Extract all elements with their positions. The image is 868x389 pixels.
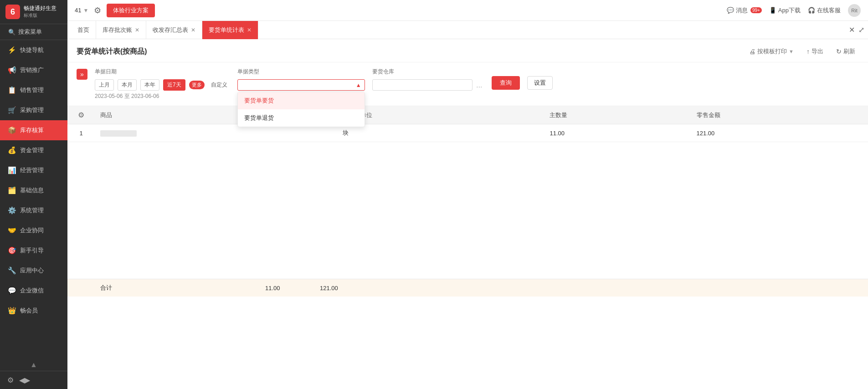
export-button[interactable]: ↑ 导出: [803, 46, 827, 57]
last-7days-button[interactable]: 近7天: [163, 79, 185, 91]
messages-button[interactable]: 💬 消息 99+: [727, 6, 762, 15]
print-arrow-icon: ▼: [789, 49, 794, 54]
settings-icon[interactable]: ⚙: [7, 376, 14, 384]
tab-inventory-batch[interactable]: 库存批次账 ✕: [96, 21, 146, 39]
refresh-button[interactable]: ↻ 刷新: [832, 46, 859, 57]
page-header: 要货单统计表(按商品) 🖨 按模板打印 ▼ ↑ 导出 ↻ 刷新: [67, 39, 868, 62]
filter-expand-button[interactable]: »: [77, 69, 87, 80]
sales-icon: 📋: [7, 86, 16, 95]
dropdown-item-order-return[interactable]: 要货单退货: [238, 109, 365, 127]
sidebar-item-guide[interactable]: 🎯 新手引导: [0, 241, 67, 261]
tab-receivable-summary[interactable]: 收发存汇总表 ✕: [146, 21, 202, 39]
sidebar-bottom: ⚙ ◀▶: [0, 371, 67, 389]
settings-button[interactable]: 设置: [527, 76, 553, 90]
topbar-settings-icon[interactable]: ⚙: [94, 5, 101, 15]
sidebar-item-basic[interactable]: 🗂️ 基础信息: [0, 180, 67, 200]
app-logo-icon: 6: [5, 5, 20, 19]
dropdown-item-order-goods[interactable]: 要货单要货: [238, 92, 365, 109]
sidebar-item-label: 库存核算: [20, 126, 44, 134]
sidebar-item-label: 快捷导航: [20, 46, 44, 54]
col-unit: 主计量单位: [337, 106, 544, 124]
tab-home-label: 首页: [77, 26, 89, 34]
sidebar-item-system[interactable]: ⚙️ 系统管理: [0, 200, 67, 220]
print-label: 按模板打印: [757, 47, 787, 56]
row-amount: 121.00: [691, 124, 868, 142]
last-month-button[interactable]: 上月: [95, 79, 114, 91]
mobile-icon: 📱: [769, 7, 776, 14]
app-title: 畅捷通好生意: [24, 5, 56, 12]
messages-label: 消息: [736, 6, 748, 15]
sidebar-item-label: 经营管理: [20, 166, 44, 174]
col-settings[interactable]: ⚙: [67, 106, 95, 124]
user-avatar[interactable]: Rit: [848, 4, 861, 17]
store-selector[interactable]: 41 ▼: [75, 7, 88, 14]
tab-order-summary-label: 要货单统计表: [209, 26, 244, 34]
sidebar-search[interactable]: 🔍 搜索菜单: [0, 24, 67, 40]
app-download-button[interactable]: 📱 App下载: [769, 6, 801, 15]
table-container: ⚙ 商品 主计量单位 主数量 零: [67, 106, 868, 142]
collapse-icon[interactable]: ◀▶: [19, 376, 30, 384]
sidebar-item-finance[interactable]: 💰 资金管理: [0, 140, 67, 160]
date-filter-group: 单据日期 上月 本月 本年 近7天 更多 自定义 2023-05-06 至 20…: [95, 68, 230, 100]
order-type-select-container: ▲ 要货单要货 要货单退货: [237, 79, 365, 91]
messages-badge: 99+: [750, 7, 762, 13]
more-dates-button[interactable]: 更多: [189, 81, 205, 89]
sidebar-item-enterprise[interactable]: 🤝 企业协同: [0, 220, 67, 241]
footer-amount: 121.00: [314, 285, 369, 292]
sidebar-item-inventory[interactable]: 📦 库存核算: [0, 120, 67, 140]
footer-label: 合计: [100, 284, 205, 292]
sidebar-scroll-up[interactable]: ▲: [0, 359, 67, 371]
tab-home[interactable]: 首页: [71, 21, 96, 39]
customer-service-button[interactable]: 🎧 在线客服: [808, 6, 841, 15]
tab-order-summary[interactable]: 要货单统计表 ✕: [202, 21, 258, 39]
page-content: 要货单统计表(按商品) 🖨 按模板打印 ▼ ↑ 导出 ↻ 刷新: [67, 39, 868, 389]
date-filter-label: 单据日期: [95, 68, 230, 76]
order-type-input[interactable]: [237, 79, 365, 91]
sidebar-item-purchase[interactable]: 🛒 采购管理: [0, 100, 67, 120]
tab-fullscreen-icon[interactable]: ⤢: [858, 26, 864, 34]
sidebar-item-member[interactable]: 👑 畅会员: [0, 301, 67, 321]
sidebar-item-quick-nav[interactable]: ⚡ 快捷导航: [0, 40, 67, 60]
warehouse-input[interactable]: [372, 79, 473, 91]
main-content: 41 ▼ ⚙ 体验行业方案 💬 消息 99+ 📱 App下载 🎧 在线客服 Ri…: [67, 0, 868, 389]
sidebar-item-sales[interactable]: 📋 销售管理: [0, 80, 67, 100]
query-button[interactable]: 查询: [492, 76, 520, 90]
tab-inventory-batch-close[interactable]: ✕: [135, 27, 139, 33]
col-quantity: 主数量: [544, 106, 691, 124]
tab-order-summary-close[interactable]: ✕: [247, 27, 252, 33]
row-unit: 块: [337, 124, 544, 142]
page-actions: 🖨 按模板打印 ▼ ↑ 导出 ↻ 刷新: [745, 46, 859, 57]
tabs-bar: 首页 库存批次账 ✕ 收发存汇总表 ✕ 要货单统计表 ✕ ✕ ⤢: [67, 21, 868, 39]
trial-button[interactable]: 体验行业方案: [107, 4, 155, 17]
sidebar-item-label: 企业微信: [20, 287, 44, 295]
sidebar-item-label: 企业协同: [20, 226, 44, 235]
tab-receivable-summary-close[interactable]: ✕: [191, 27, 195, 33]
chevron-down-icon: ▼: [83, 7, 88, 14]
print-button[interactable]: 🖨 按模板打印 ▼: [745, 46, 797, 57]
data-table: ⚙ 商品 主计量单位 主数量 零: [67, 106, 868, 142]
date-range-display: 2023-05-06 至 2023-06-06: [95, 92, 230, 100]
sidebar-item-apps[interactable]: 🔧 应用中心: [0, 261, 67, 281]
app-subtitle: 标准版: [24, 12, 56, 19]
custom-date-button[interactable]: 自定义: [208, 80, 230, 90]
dropdown-item-label: 要货单退货: [244, 114, 274, 121]
order-type-dropdown: 要货单要货 要货单退货: [237, 92, 365, 127]
table-settings-icon[interactable]: ⚙: [78, 111, 84, 119]
sidebar-item-wechat[interactable]: 💬 企业微信: [0, 281, 67, 301]
this-month-button[interactable]: 本月: [118, 79, 137, 91]
filter-bar: » 单据日期 上月 本月 本年 近7天 更多 自定义 2023-05-06 至 …: [67, 62, 868, 106]
app-download-label: App下载: [778, 6, 801, 15]
topbar: 41 ▼ ⚙ 体验行业方案 💬 消息 99+ 📱 App下载 🎧 在线客服 Ri…: [67, 0, 868, 21]
this-year-button[interactable]: 本年: [140, 79, 159, 91]
warehouse-more-icon[interactable]: …: [474, 82, 484, 89]
tab-expand-icon[interactable]: ✕: [849, 26, 855, 34]
export-label: 导出: [812, 47, 823, 56]
tab-receivable-summary-label: 收发存汇总表: [153, 26, 188, 34]
sidebar-item-label: 畅会员: [20, 307, 38, 315]
finance-icon: 💰: [7, 146, 16, 155]
sidebar-item-operations[interactable]: 📊 经营管理: [0, 160, 67, 180]
row-quantity: 11.00: [544, 124, 691, 142]
page-title: 要货单统计表(按商品): [77, 47, 147, 56]
refresh-label: 刷新: [843, 47, 855, 56]
sidebar-item-marketing[interactable]: 📢 营销推广: [0, 60, 67, 80]
